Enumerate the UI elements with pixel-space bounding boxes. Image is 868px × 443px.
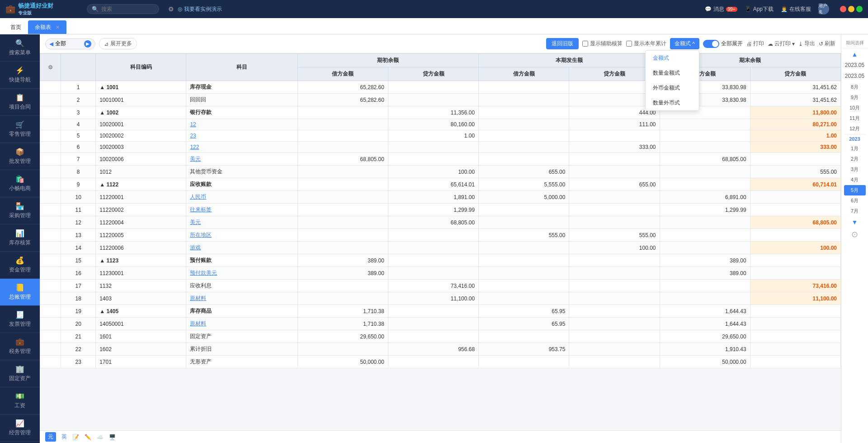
- td-settings-cell[interactable]: [40, 166, 61, 178]
- sidebar-item-search[interactable]: 🔍 搜索菜单: [0, 34, 40, 62]
- period-2023-05-late[interactable]: 2023.05: [844, 71, 866, 81]
- mode-option-foreign-amount[interactable]: 外币金额式: [646, 81, 699, 95]
- td-settings-cell[interactable]: [40, 178, 61, 191]
- td-settings-cell[interactable]: [40, 343, 61, 356]
- td-settings-cell[interactable]: [40, 204, 61, 216]
- return-old-btn[interactable]: 退回旧版: [546, 38, 579, 49]
- td-settings-cell[interactable]: [40, 216, 61, 229]
- tab-balance[interactable]: 余额表 ✕: [28, 20, 66, 34]
- assist-checkbox-input[interactable]: [582, 41, 588, 47]
- td-settings-cell[interactable]: [40, 119, 61, 130]
- app-download-btn[interactable]: 📱 App下载: [745, 5, 774, 13]
- refresh-btn[interactable]: ↺ 刷新: [819, 40, 835, 48]
- month-item[interactable]: 10月: [844, 103, 866, 113]
- mode-option-qty-foreign[interactable]: 数量外币式: [646, 95, 699, 110]
- sidebar-item-ecommerce[interactable]: 🛍️ 小畅电商: [0, 170, 40, 197]
- td-settings-cell[interactable]: [40, 229, 61, 242]
- expand-all-toggle[interactable]: 全部展开: [703, 40, 743, 48]
- period-collapse-btn[interactable]: ⊙: [850, 228, 859, 241]
- td-settings-cell[interactable]: [40, 330, 61, 343]
- sidebar-item-operation[interactable]: 📈 经营管理: [0, 414, 40, 442]
- toggle-switch[interactable]: [703, 40, 719, 48]
- tab-close-icon[interactable]: ✕: [56, 24, 60, 30]
- month-item[interactable]: 2月: [844, 154, 866, 164]
- month-item[interactable]: 1月: [844, 143, 866, 154]
- td-settings-cell[interactable]: [40, 153, 61, 166]
- status-lang-icon[interactable]: 英: [61, 433, 67, 441]
- td-settings-cell[interactable]: [40, 318, 61, 330]
- window-close-btn[interactable]: ✕: [840, 6, 846, 12]
- expand-more-btn[interactable]: ⊿ 展开更多: [99, 38, 137, 49]
- mode-selector[interactable]: 金额式 ^ 金额式 数量金额式 外币金额式 数量外币式: [670, 38, 699, 49]
- td-settings-cell[interactable]: [40, 254, 61, 267]
- month-item[interactable]: 12月: [844, 124, 866, 134]
- month-item[interactable]: 6月: [844, 195, 866, 206]
- sidebar-item-purchase[interactable]: 🏪 采购管理: [0, 197, 40, 224]
- status-cloud-icon[interactable]: ☁️: [97, 434, 104, 440]
- td-settings-cell[interactable]: [40, 81, 61, 94]
- td-settings-cell[interactable]: [40, 242, 61, 254]
- td-settings-cell[interactable]: [40, 305, 61, 318]
- td-settings-cell[interactable]: [40, 280, 61, 292]
- sidebar-item-inventory[interactable]: 📊 库存核算: [0, 224, 40, 252]
- td-settings-cell[interactable]: [40, 106, 61, 119]
- mode-option-amount[interactable]: 金额式: [646, 51, 699, 66]
- top-search-box[interactable]: 🔍: [87, 4, 159, 14]
- table-settings-icon[interactable]: ⚙: [48, 64, 53, 71]
- td-settings-cell[interactable]: [40, 191, 61, 204]
- avatar[interactable]: 用户名: [818, 4, 829, 14]
- tab-home[interactable]: 首页: [4, 20, 28, 34]
- left-arrow-icon[interactable]: ◀: [49, 41, 53, 47]
- td-settings-cell[interactable]: [40, 267, 61, 280]
- show-assist-checkbox[interactable]: 显示辅助核算: [582, 40, 623, 48]
- account-search[interactable]: ◀ ▶: [45, 38, 95, 49]
- print-btn[interactable]: 🖨 打印: [746, 40, 764, 48]
- month-item[interactable]: 4月: [844, 175, 866, 185]
- sidebar-item-assets[interactable]: 🏢 固定资产: [0, 360, 40, 387]
- sidebar-item-retail[interactable]: 🛒 零售管理: [0, 116, 40, 143]
- sidebar-item-capital[interactable]: 💰 资金管理: [0, 252, 40, 279]
- month-item[interactable]: 11月: [844, 113, 866, 124]
- gear-icon[interactable]: ⚙: [168, 5, 174, 13]
- online-service-btn[interactable]: 👨‍💼 在线客服: [781, 5, 811, 13]
- period-up-btn[interactable]: ▲: [850, 49, 859, 59]
- demo-link[interactable]: ◎ 我要看实例演示: [178, 5, 222, 13]
- year-checkbox-input[interactable]: [626, 41, 632, 47]
- show-year-checkbox[interactable]: 显示本年累计: [626, 40, 666, 48]
- sidebar-item-salary[interactable]: 💵 工资: [0, 387, 40, 414]
- td-settings-cell[interactable]: [40, 292, 61, 305]
- sidebar-item-quick-nav[interactable]: ⚡ 快捷导航: [0, 62, 40, 89]
- window-min-btn[interactable]: —: [848, 6, 854, 12]
- td-settings-cell[interactable]: [40, 142, 61, 153]
- sidebar-item-project[interactable]: 📋 项目合同: [0, 89, 40, 116]
- th-settings[interactable]: ⚙: [40, 54, 61, 81]
- td-settings-cell[interactable]: [40, 94, 61, 106]
- status-edit-icon[interactable]: ✏️: [85, 434, 91, 440]
- month-item[interactable]: 8月: [844, 82, 866, 92]
- status-note-icon[interactable]: 📝: [72, 434, 79, 440]
- top-search-input[interactable]: [101, 6, 142, 12]
- window-max-btn[interactable]: □: [856, 6, 863, 12]
- message-btn[interactable]: 💬 消息 99+: [705, 5, 737, 13]
- td-settings-cell[interactable]: [40, 356, 61, 368]
- month-item[interactable]: 5月: [844, 185, 866, 195]
- period-down-btn[interactable]: ▼: [850, 217, 859, 227]
- month-item[interactable]: 7月: [844, 206, 866, 216]
- mode-btn[interactable]: 金额式 ^: [670, 38, 699, 49]
- export-btn[interactable]: ⤓ 导出: [798, 40, 815, 48]
- month-item[interactable]: 9月: [844, 92, 866, 103]
- td-settings-cell[interactable]: [40, 130, 61, 142]
- sidebar-item-tax[interactable]: 💼 税务管理: [0, 333, 40, 360]
- mode-option-qty-amount[interactable]: 数量金额式: [646, 66, 699, 81]
- cloud-print-btn[interactable]: ☁ 云打印 ▾: [768, 40, 795, 48]
- sidebar-item-accounting[interactable]: 📒 总账管理: [0, 279, 40, 306]
- status-yuan-icon[interactable]: 元: [45, 432, 56, 442]
- sidebar-item-invoice[interactable]: 🧾 发票管理: [0, 306, 40, 333]
- account-search-input[interactable]: [55, 41, 82, 47]
- sidebar-item-wholesale[interactable]: 📦 批发管理: [0, 143, 40, 170]
- month-item[interactable]: 3月: [844, 164, 866, 175]
- period-2023-05-early[interactable]: 2023.05: [844, 60, 866, 70]
- month-item[interactable]: 2023: [844, 134, 866, 143]
- status-monitor-icon[interactable]: 🖥️: [109, 434, 116, 440]
- right-arrow-icon[interactable]: ▶: [84, 40, 91, 48]
